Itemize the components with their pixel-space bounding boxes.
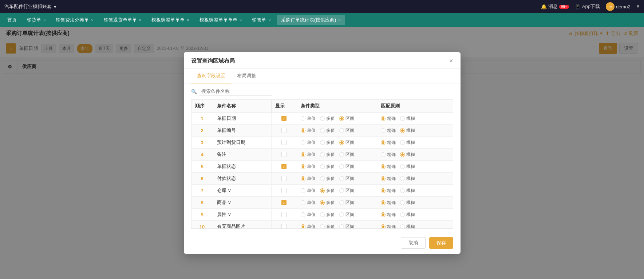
match-exact-3[interactable]: 精确 [381, 140, 396, 146]
match-fuzzy-6[interactable]: 模糊 [400, 176, 415, 182]
match-fuzzy-8[interactable]: 模糊 [400, 200, 415, 206]
dialog-tab-layout[interactable]: 布局调整 [231, 69, 262, 83]
tab-5-close[interactable]: × [240, 18, 242, 22]
match-fuzzy-9[interactable]: 模糊 [400, 212, 415, 218]
type-single-4[interactable]: 单值 [301, 152, 316, 158]
type-multi-7[interactable]: 多值 [320, 188, 335, 194]
type-multi-6[interactable]: 多值 [320, 176, 335, 182]
cell-show-1[interactable] [272, 113, 297, 123]
tab-purchase-stat[interactable]: 采购订单统计表(按供应商) × [277, 15, 345, 25]
type-multi-5[interactable]: 多值 [320, 164, 335, 170]
download-icon: 📱 [575, 4, 581, 9]
dialog-tab-fields[interactable]: 查询字段设置 [191, 69, 231, 83]
cell-show-6[interactable] [272, 173, 297, 184]
cell-show-10[interactable] [272, 221, 297, 229]
show-checkbox-10[interactable] [281, 224, 287, 229]
tab-4[interactable]: 模板调整单单单 × [147, 15, 193, 25]
type-range-5[interactable]: 区间 [339, 164, 354, 170]
type-single-10[interactable]: 单值 [301, 224, 316, 229]
type-range-9[interactable]: 区间 [339, 212, 354, 218]
top-close-button[interactable]: × [636, 3, 640, 10]
type-multi-9[interactable]: 多值 [320, 212, 335, 218]
user-area[interactable]: Ie demo2 [606, 2, 631, 11]
type-single-3[interactable]: 单值 [301, 140, 316, 146]
show-checkbox-3[interactable] [281, 140, 287, 145]
condition-search-input[interactable] [199, 87, 272, 96]
type-range-10[interactable]: 区间 [339, 224, 354, 229]
tab-sales-expense-close[interactable]: × [91, 18, 93, 22]
show-checkbox-7[interactable] [281, 188, 287, 193]
type-single-6[interactable]: 单值 [301, 176, 316, 182]
type-multi-8[interactable]: 多值 [320, 200, 335, 206]
tab-sales-expense[interactable]: 销售费用分摊单 × [51, 15, 98, 25]
show-checkbox-4[interactable] [281, 152, 287, 157]
type-single-5[interactable]: 单值 [301, 164, 316, 170]
type-multi-4[interactable]: 多值 [320, 152, 335, 158]
type-range-6[interactable]: 区间 [339, 176, 354, 182]
show-checkbox-6[interactable] [281, 176, 287, 181]
match-fuzzy-5[interactable]: 模糊 [400, 164, 415, 170]
messages-area[interactable]: 🔔 消息 99+ [541, 3, 569, 10]
app-download-area[interactable]: 📱 App下载 [575, 3, 600, 10]
match-fuzzy-3[interactable]: 模糊 [400, 140, 415, 146]
show-checkbox-1[interactable] [281, 116, 287, 121]
tab-4-close[interactable]: × [187, 18, 189, 22]
cell-match-8: 精确 模糊 [377, 197, 453, 208]
type-single-9[interactable]: 单值 [301, 212, 316, 218]
dropdown-icon[interactable]: ▾ [54, 4, 56, 9]
tab-6-close[interactable]: × [268, 18, 270, 22]
cell-show-8[interactable] [272, 197, 297, 208]
show-checkbox-5[interactable] [281, 164, 287, 169]
type-range-8[interactable]: 区间 [339, 200, 354, 206]
match-exact-7[interactable]: 精确 [381, 188, 396, 194]
match-fuzzy-1[interactable]: 模糊 [400, 115, 415, 122]
type-single-8[interactable]: 单值 [301, 200, 316, 206]
show-checkbox-2[interactable] [281, 128, 287, 133]
tab-3-close[interactable]: × [139, 18, 141, 22]
cell-show-4[interactable] [272, 149, 297, 160]
cell-show-9[interactable] [272, 209, 297, 220]
type-multi-3[interactable]: 多值 [320, 140, 335, 146]
cancel-button[interactable]: 取消 [401, 237, 426, 249]
type-multi-2[interactable]: 多值 [320, 127, 335, 134]
type-range-1[interactable]: 区间 [339, 115, 354, 122]
show-checkbox-9[interactable] [281, 212, 287, 217]
match-fuzzy-2[interactable]: 模糊 [400, 127, 415, 134]
match-fuzzy-10[interactable]: 模糊 [400, 224, 415, 229]
cell-show-7[interactable] [272, 185, 297, 196]
tab-5[interactable]: 模板调整单单单单 × [195, 15, 246, 25]
cell-show-5[interactable] [272, 161, 297, 172]
type-single-1[interactable]: 单值 [301, 115, 316, 122]
match-exact-9[interactable]: 精确 [381, 212, 396, 218]
match-exact-8[interactable]: 精确 [381, 200, 396, 206]
match-exact-5[interactable]: 精确 [381, 164, 396, 170]
tab-home[interactable]: 首页 [3, 15, 21, 25]
match-exact-1[interactable]: 精确 [381, 115, 396, 122]
match-fuzzy-7[interactable]: 模糊 [400, 188, 415, 194]
dialog-close-button[interactable]: × [449, 57, 453, 65]
match-fuzzy-4[interactable]: 模糊 [400, 152, 415, 158]
table-row: 10 有无商品图片 单值 [191, 221, 453, 229]
type-range-2[interactable]: 区间 [339, 127, 354, 134]
cell-show-2[interactable] [272, 125, 297, 135]
type-single-2[interactable]: 单值 [301, 127, 316, 134]
tab-purchase-stat-close[interactable]: × [338, 18, 340, 22]
save-button[interactable]: 保存 [429, 237, 453, 249]
type-multi-10[interactable]: 多值 [320, 224, 335, 229]
tab-6[interactable]: 销售单 × [248, 15, 275, 25]
tab-sales-order[interactable]: 销货单 × [23, 15, 50, 25]
radio-fuzzy-dot-4 [400, 152, 405, 157]
type-multi-1[interactable]: 多值 [320, 115, 335, 122]
match-exact-4[interactable]: 精确 [381, 152, 396, 158]
type-range-3[interactable]: 区间 [339, 140, 354, 146]
type-single-7[interactable]: 单值 [301, 188, 316, 194]
match-exact-2[interactable]: 精确 [381, 127, 396, 134]
match-exact-6[interactable]: 精确 [381, 176, 396, 182]
tab-sales-order-close[interactable]: × [43, 18, 46, 22]
match-exact-10[interactable]: 精确 [381, 224, 396, 229]
show-checkbox-8[interactable] [281, 200, 287, 205]
type-range-7[interactable]: 区间 [339, 188, 354, 194]
type-range-4[interactable]: 区间 [339, 152, 354, 158]
cell-show-3[interactable] [272, 137, 297, 148]
tab-3[interactable]: 销售退货单单单 × [99, 15, 146, 25]
